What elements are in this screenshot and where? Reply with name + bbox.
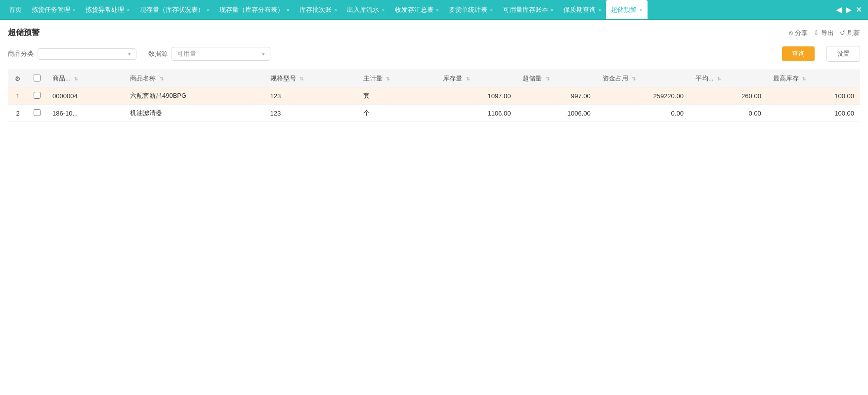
cell-product-code: 0000004 bbox=[46, 87, 124, 105]
close-icon[interactable]: × bbox=[73, 7, 76, 13]
category-label: 商品分类 bbox=[8, 49, 34, 58]
nav-order-stats[interactable]: 要货单统计表 × bbox=[444, 0, 498, 20]
close-icon[interactable]: × bbox=[127, 7, 130, 13]
datasource-value: 可用量 bbox=[177, 49, 196, 58]
cell-spec: 123 bbox=[264, 87, 357, 105]
close-icon[interactable]: × bbox=[598, 7, 601, 13]
sort-icon: ⇅ bbox=[160, 76, 164, 81]
row-checkbox-cell[interactable] bbox=[28, 87, 46, 105]
close-icon[interactable]: × bbox=[639, 7, 642, 13]
col-spec[interactable]: 规格型号 ⇅ bbox=[264, 70, 357, 87]
nav-pick-exception[interactable]: 拣货异常处理 × bbox=[81, 0, 134, 20]
close-icon[interactable]: × bbox=[490, 7, 493, 13]
nav-batch-account[interactable]: 库存批次账 × bbox=[295, 0, 342, 20]
cell-capital: 0.00 bbox=[597, 105, 690, 122]
refresh-button[interactable]: ↺ 刷新 bbox=[840, 29, 860, 38]
refresh-icon: ↺ bbox=[840, 29, 845, 37]
cell-avg: 260.00 bbox=[690, 87, 767, 105]
sort-icon: ⇅ bbox=[802, 76, 806, 81]
export-icon: ⇩ bbox=[814, 29, 819, 37]
nav-more-icon[interactable]: ✕ bbox=[854, 5, 864, 14]
cell-product-code: 186-10... bbox=[46, 105, 124, 122]
datasource-filter-group: 数据源 可用量 ▾ bbox=[148, 47, 270, 61]
cell-max-stock: 100.00 bbox=[767, 87, 860, 105]
select-all-checkbox[interactable] bbox=[34, 75, 41, 81]
nav-home[interactable]: 首页 bbox=[4, 0, 27, 20]
nav-overstock-warning[interactable]: 超储预警 × bbox=[606, 0, 647, 20]
header-checkbox-cell[interactable] bbox=[28, 70, 46, 87]
nav-collect-summary[interactable]: 收发存汇总表 × bbox=[390, 0, 444, 20]
cell-over-stock: 997.00 bbox=[517, 87, 596, 105]
nav-stock-status[interactable]: 现存量（库存状况表） × bbox=[135, 0, 215, 20]
cell-product-name: 六配套新昌490BPG bbox=[124, 87, 264, 105]
close-icon[interactable]: × bbox=[382, 7, 385, 13]
nav-expiry-query[interactable]: 保质期查询 × bbox=[559, 0, 606, 20]
nav-stock-dist[interactable]: 现存量（库存分布表） × bbox=[215, 0, 294, 20]
share-button[interactable]: ⎋ 分享 bbox=[789, 29, 808, 38]
chevron-down-icon: ▾ bbox=[128, 51, 131, 57]
header-actions: ⎋ 分享 ⇩ 导出 ↺ 刷新 bbox=[789, 29, 860, 38]
col-product-code[interactable]: 商品... ⇅ bbox=[46, 70, 124, 87]
page-title: 超储预警 bbox=[8, 28, 40, 38]
close-icon[interactable]: × bbox=[207, 7, 210, 13]
cell-over-stock: 1006.00 bbox=[517, 105, 596, 122]
col-max-stock[interactable]: 最高库存 ⇅ bbox=[767, 70, 860, 87]
nav-inout-flow[interactable]: 出入库流水 × bbox=[342, 0, 390, 20]
data-table: ⚙ 商品... ⇅ 商品名称 ⇅ 规格型号 ⇅ 主计量 bbox=[8, 70, 860, 122]
sort-icon: ⇅ bbox=[632, 76, 636, 81]
category-select[interactable]: ▾ bbox=[38, 48, 136, 60]
nav-prev-icon[interactable]: ◀ bbox=[834, 5, 844, 14]
sort-icon: ⇅ bbox=[717, 76, 721, 81]
row-checkbox[interactable] bbox=[34, 109, 41, 116]
table-header-row: ⚙ 商品... ⇅ 商品名称 ⇅ 规格型号 ⇅ 主计量 bbox=[8, 70, 860, 87]
table-row: 1 0000004 六配套新昌490BPG 123 套 1097.00 997.… bbox=[8, 87, 860, 105]
nav-available-stock[interactable]: 可用量库存账本 × bbox=[498, 0, 559, 20]
row-checkbox[interactable] bbox=[34, 92, 41, 99]
nav-arrows: ◀ ▶ ✕ bbox=[834, 5, 864, 14]
page-container: 超储预警 ⎋ 分享 ⇩ 导出 ↺ 刷新 商品分类 ▾ 数据源 bbox=[0, 20, 868, 395]
col-over-stock[interactable]: 超储量 ⇅ bbox=[517, 70, 596, 87]
cell-unit: 个 bbox=[357, 105, 437, 122]
export-button[interactable]: ⇩ 导出 bbox=[814, 29, 834, 38]
chevron-down-icon: ▾ bbox=[262, 51, 265, 57]
cell-avg: 0.00 bbox=[690, 105, 767, 122]
share-icon: ⎋ bbox=[789, 29, 793, 37]
filter-row: 商品分类 ▾ 数据源 可用量 ▾ 查询 设置 bbox=[8, 46, 860, 62]
sort-icon: ⇅ bbox=[386, 76, 390, 81]
close-icon[interactable]: × bbox=[334, 7, 337, 13]
close-icon[interactable]: × bbox=[551, 7, 554, 13]
sort-icon: ⇅ bbox=[74, 76, 78, 81]
sort-icon: ⇅ bbox=[300, 76, 304, 81]
col-product-name[interactable]: 商品名称 ⇅ bbox=[124, 70, 264, 87]
top-nav: 首页 拣货任务管理 × 拣货异常处理 × 现存量（库存状况表） × 现存量（库存… bbox=[0, 0, 868, 20]
sort-icon: ⇅ bbox=[546, 76, 550, 81]
row-checkbox-cell[interactable] bbox=[28, 105, 46, 122]
nav-next-icon[interactable]: ▶ bbox=[844, 5, 854, 14]
query-button[interactable]: 查询 bbox=[782, 46, 815, 61]
sort-icon: ⇅ bbox=[466, 76, 470, 81]
category-filter-group: 商品分类 ▾ bbox=[8, 48, 136, 60]
cell-product-name: 机油滤清器 bbox=[124, 105, 264, 122]
row-index: 2 bbox=[8, 105, 28, 122]
cell-spec: 123 bbox=[264, 105, 357, 122]
cell-stock: 1106.00 bbox=[437, 105, 517, 122]
cell-capital: 259220.00 bbox=[597, 87, 690, 105]
settings-button[interactable]: 设置 bbox=[826, 46, 860, 62]
col-stock[interactable]: 库存量 ⇅ bbox=[437, 70, 517, 87]
table-row: 2 186-10... 机油滤清器 123 个 1106.00 1006.00 … bbox=[8, 105, 860, 122]
row-index: 1 bbox=[8, 87, 28, 105]
cell-max-stock: 100.00 bbox=[767, 105, 860, 122]
col-capital[interactable]: 资金占用 ⇅ bbox=[597, 70, 690, 87]
page-header: 超储预警 ⎋ 分享 ⇩ 导出 ↺ 刷新 bbox=[8, 28, 860, 38]
gear-settings-icon[interactable]: ⚙ bbox=[8, 70, 28, 87]
nav-pick-task[interactable]: 拣货任务管理 × bbox=[27, 0, 81, 20]
close-icon[interactable]: × bbox=[436, 7, 439, 13]
datasource-label: 数据源 bbox=[148, 49, 168, 58]
cell-unit: 套 bbox=[357, 87, 437, 105]
close-icon[interactable]: × bbox=[286, 7, 289, 13]
datasource-select[interactable]: 可用量 ▾ bbox=[172, 47, 270, 61]
cell-stock: 1097.00 bbox=[437, 87, 517, 105]
col-avg[interactable]: 平均... ⇅ bbox=[690, 70, 767, 87]
col-unit[interactable]: 主计量 ⇅ bbox=[357, 70, 437, 87]
